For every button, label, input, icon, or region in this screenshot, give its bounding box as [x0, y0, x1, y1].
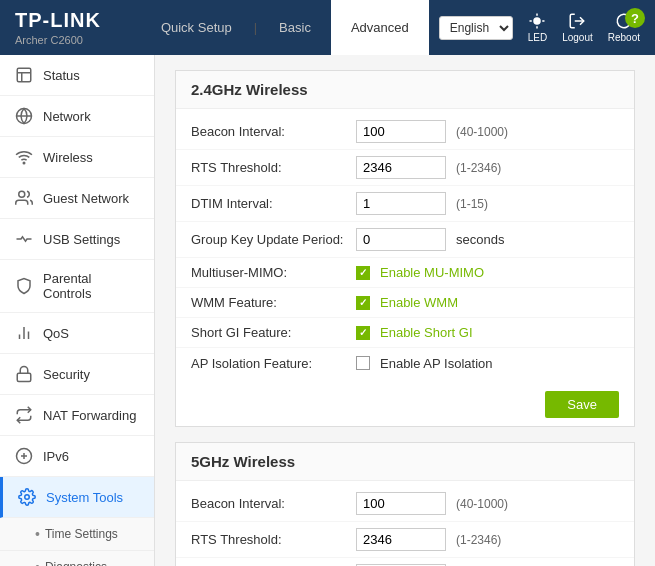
sidebar-sub-time-settings[interactable]: Time Settings: [0, 518, 154, 551]
rts-label-24: RTS Threshold:: [191, 160, 356, 175]
short-gi-checkbox-label-24[interactable]: Enable Short GI: [380, 325, 473, 340]
beacon-value-5: (40-1000): [356, 492, 508, 515]
rts-label-5: RTS Threshold:: [191, 532, 356, 547]
logout-label: Logout: [562, 32, 593, 43]
form-row-dtim-24: DTIM Interval: (1-15): [176, 186, 634, 222]
group-key-label-24: Group Key Update Period:: [191, 232, 356, 247]
beacon-input-5[interactable]: [356, 492, 446, 515]
ap-isolation-label-24: AP Isolation Feature:: [191, 356, 356, 371]
logout-button[interactable]: Logout: [562, 12, 593, 43]
mu-mimo-checkbox-label-24[interactable]: Enable MU-MIMO: [380, 265, 484, 280]
mu-mimo-checkbox-24[interactable]: [356, 266, 370, 280]
tab-basic[interactable]: Basic: [259, 0, 331, 55]
sidebar-item-network[interactable]: Network: [0, 96, 154, 137]
status-label: Status: [43, 68, 80, 83]
sidebar-item-parental-controls[interactable]: Parental Controls: [0, 260, 154, 313]
wmm-value-24: Enable WMM: [356, 295, 458, 310]
status-icon: [15, 66, 33, 84]
beacon-input-24[interactable]: [356, 120, 446, 143]
rts-hint-5: (1-2346): [456, 533, 501, 547]
sidebar-item-qos[interactable]: QoS: [0, 313, 154, 354]
ap-isolation-checkbox-label-24[interactable]: Enable AP Isolation: [380, 356, 493, 371]
form-row-beacon-5: Beacon Interval: (40-1000): [176, 486, 634, 522]
tab-quick-setup[interactable]: Quick Setup: [141, 0, 252, 55]
wmm-checkbox-label-24[interactable]: Enable WMM: [380, 295, 458, 310]
form-row-rts-24: RTS Threshold: (1-2346): [176, 150, 634, 186]
header-right: English LED Logout R: [439, 12, 640, 43]
form-row-rts-5: RTS Threshold: (1-2346): [176, 522, 634, 558]
system-tools-label: System Tools: [46, 490, 123, 505]
group-key-input-24[interactable]: [356, 228, 446, 251]
sidebar-item-ipv6[interactable]: IPv6: [0, 436, 154, 477]
wmm-checkbox-24[interactable]: [356, 296, 370, 310]
svg-point-12: [19, 191, 25, 197]
form-24ghz: Beacon Interval: (40-1000) RTS Threshold…: [176, 109, 634, 383]
form-5ghz: Beacon Interval: (40-1000) RTS Threshold…: [176, 481, 634, 566]
sidebar-item-system-tools[interactable]: System Tools: [0, 477, 154, 518]
wireless-icon: [15, 148, 33, 166]
nat-icon: [15, 406, 33, 424]
header: TP-LINK Archer C2600 Quick Setup | Basic…: [0, 0, 655, 55]
svg-point-0: [534, 17, 542, 25]
section-24ghz-title: 2.4GHz Wireless: [176, 71, 634, 109]
dtim-input-24[interactable]: [356, 192, 446, 215]
rts-input-5[interactable]: [356, 528, 446, 551]
sidebar: Status Network Wireless: [0, 55, 155, 566]
logout-icon: [568, 12, 586, 30]
led-label: LED: [528, 32, 547, 43]
dtim-hint-24: (1-15): [456, 197, 488, 211]
sidebar-item-nat-forwarding[interactable]: NAT Forwarding: [0, 395, 154, 436]
time-settings-label: Time Settings: [45, 527, 118, 541]
svg-rect-6: [17, 68, 31, 82]
reboot-label: Reboot: [608, 32, 640, 43]
rts-input-24[interactable]: [356, 156, 446, 179]
tp-link-logo: TP-LINK: [15, 9, 101, 32]
svg-rect-16: [17, 373, 31, 381]
rts-value-24: (1-2346): [356, 156, 501, 179]
security-label: Security: [43, 367, 90, 382]
tab-advanced[interactable]: Advanced: [331, 0, 429, 55]
sidebar-item-wireless[interactable]: Wireless: [0, 137, 154, 178]
sidebar-item-security[interactable]: Security: [0, 354, 154, 395]
model-name: Archer C2600: [15, 34, 101, 46]
parental-controls-label: Parental Controls: [43, 271, 139, 301]
ipv6-label: IPv6: [43, 449, 69, 464]
content-area: ? 2.4GHz Wireless Beacon Interval: (40-1…: [155, 55, 655, 566]
section-5ghz: 5GHz Wireless Beacon Interval: (40-1000)…: [175, 442, 635, 566]
form-row-ap-isolation-24: AP Isolation Feature: Enable AP Isolatio…: [176, 348, 634, 378]
dtim-value-24: (1-15): [356, 192, 488, 215]
short-gi-label-24: Short GI Feature:: [191, 325, 356, 340]
logo-area: TP-LINK Archer C2600: [15, 9, 101, 46]
sidebar-item-guest-network[interactable]: Guest Network: [0, 178, 154, 219]
beacon-hint-5: (40-1000): [456, 497, 508, 511]
form-row-mu-mimo-24: Multiuser-MIMO: Enable MU-MIMO: [176, 258, 634, 288]
diagnostics-label: Diagnostics: [45, 560, 107, 566]
save-button-24[interactable]: Save: [545, 391, 619, 418]
form-row-short-gi-24: Short GI Feature: Enable Short GI: [176, 318, 634, 348]
form-row-beacon-24: Beacon Interval: (40-1000): [176, 114, 634, 150]
rts-hint-24: (1-2346): [456, 161, 501, 175]
usb-icon: [15, 230, 33, 248]
led-icon: [528, 12, 546, 30]
rts-value-5: (1-2346): [356, 528, 501, 551]
short-gi-checkbox-24[interactable]: [356, 326, 370, 340]
mu-mimo-value-24: Enable MU-MIMO: [356, 265, 484, 280]
security-icon: [15, 365, 33, 383]
network-label: Network: [43, 109, 91, 124]
wmm-label-24: WMM Feature:: [191, 295, 356, 310]
wireless-label: Wireless: [43, 150, 93, 165]
guest-network-label: Guest Network: [43, 191, 129, 206]
ap-isolation-checkbox-24[interactable]: [356, 356, 370, 370]
sidebar-item-status[interactable]: Status: [0, 55, 154, 96]
short-gi-value-24: Enable Short GI: [356, 325, 473, 340]
ap-isolation-value-24: Enable AP Isolation: [356, 356, 493, 371]
parental-icon: [15, 277, 33, 295]
group-key-value-24: seconds: [356, 228, 504, 251]
form-row-dtim-5: DTIM Interval: (1-15): [176, 558, 634, 566]
sidebar-item-usb-settings[interactable]: USB Settings: [0, 219, 154, 260]
nav-separator: |: [252, 20, 259, 35]
led-button[interactable]: LED: [528, 12, 547, 43]
language-select[interactable]: English: [439, 16, 513, 40]
sidebar-sub-diagnostics[interactable]: Diagnostics: [0, 551, 154, 566]
network-icon: [15, 107, 33, 125]
